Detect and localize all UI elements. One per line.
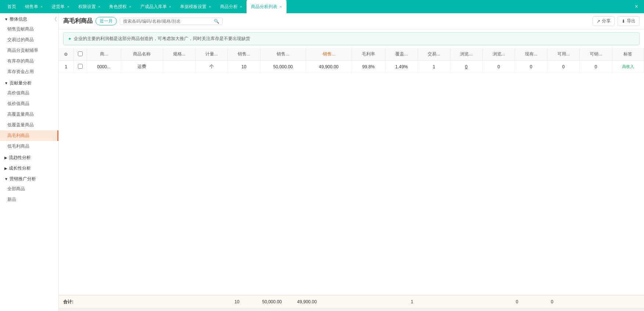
nav-product-analysis-list[interactable]: 商品分析列表 ×	[247, 0, 286, 13]
footer-browse1	[429, 299, 464, 304]
row-browse2: 0	[482, 61, 515, 73]
nav-sales-order[interactable]: 销售单 ×	[21, 0, 47, 13]
footer-transaction: 1	[395, 299, 429, 304]
close-roles-icon[interactable]: ×	[129, 0, 131, 13]
sidebar-item-contribution-rate[interactable]: 商品分贡献辅率	[0, 45, 58, 56]
export-button[interactable]: ⬇ 导出	[618, 16, 640, 26]
row-browse1[interactable]: 0	[450, 61, 482, 73]
row-select-checkbox[interactable]	[78, 64, 83, 69]
sidebar-group-contribution-analysis[interactable]: ▼ 贡献量分析	[0, 77, 58, 88]
table-body: 1 0000... 运费 个 10 50,000.00 49,900.00 99…	[59, 61, 644, 73]
col-coverage[interactable]: 覆盖...	[385, 48, 418, 61]
nav-roles[interactable]: 角色授权 ×	[105, 0, 136, 13]
arrow-right-icon2: ▶	[4, 166, 7, 170]
close-product-analysis-list-icon[interactable]: ×	[280, 0, 282, 13]
info-text: 企业的主要的利润都是这部分商品创造的，可考虑加大推广，同时关注库存是不要出现缺货	[74, 36, 250, 42]
col-gross-margin[interactable]: 毛利率	[352, 48, 385, 61]
col-settings[interactable]: ⚙	[59, 48, 73, 61]
search-box: 🔍	[120, 18, 223, 25]
arrow-right-icon: ▶	[4, 156, 7, 160]
sidebar: 《 ▼ 整体信息 销售贡献商品 交易过的商品 商品分贡献辅率 有库存的商品 库存…	[0, 13, 59, 311]
sidebar-group-marketing-analysis[interactable]: ▼ 营销推广分析	[0, 173, 58, 184]
footer-sales-profit: 49,900.00	[289, 299, 324, 304]
nav-product-inbound[interactable]: 产成品入库单 ×	[136, 0, 176, 13]
sidebar-item-high-coverage[interactable]: 高覆盖量商品	[0, 109, 58, 120]
row-coverage: 1.49%	[385, 61, 418, 73]
nav-template-settings[interactable]: 单据模板设置 ×	[176, 0, 215, 13]
sidebar-group-overall-info[interactable]: ▼ 整体信息	[0, 13, 58, 24]
sidebar-collapse-button[interactable]: 《	[52, 16, 57, 23]
footer-sales-count: 10	[219, 299, 254, 304]
table-row: 1 0000... 运费 个 10 50,000.00 49,900.00 99…	[59, 61, 644, 73]
close-template-settings-icon[interactable]: ×	[209, 0, 211, 13]
nav-product-analysis[interactable]: 商品分析 ×	[216, 0, 247, 13]
main-layout: 《 ▼ 整体信息 销售贡献商品 交易过的商品 商品分贡献辅率 有库存的商品 库存…	[0, 13, 644, 311]
arrow-down-icon2: ▼	[4, 81, 8, 85]
info-icon: ✦	[68, 36, 72, 41]
search-input[interactable]	[123, 19, 212, 24]
table-wrapper[interactable]: ⚙ 商... 商品名称 规格... 计量... 销售... 销售... ·销售.…	[59, 48, 644, 295]
nav-purchase-order[interactable]: 进货单 ×	[47, 0, 73, 13]
nav-permissions[interactable]: 权限设置 ×	[74, 0, 105, 13]
close-product-analysis-icon[interactable]: ×	[240, 0, 242, 13]
sidebar-item-new-products[interactable]: 新品	[0, 194, 58, 205]
arrow-down-icon3: ▼	[4, 177, 8, 181]
sidebar-item-low-value[interactable]: 低价值商品	[0, 98, 58, 109]
sidebar-item-low-coverage[interactable]: 低覆盖量商品	[0, 120, 58, 130]
col-transaction[interactable]: 交易...	[418, 48, 450, 61]
sidebar-item-stock-capital[interactable]: 库存资金占用	[0, 66, 58, 77]
sidebar-item-low-margin[interactable]: 低毛利商品	[0, 141, 58, 152]
col-browse1[interactable]: 浏览...	[450, 48, 482, 61]
col-available-stock[interactable]: 可用...	[547, 48, 580, 61]
close-purchase-order-icon[interactable]: ×	[67, 0, 69, 13]
row-checkbox[interactable]	[73, 61, 87, 73]
sidebar-item-in-stock[interactable]: 有库存的商品	[0, 56, 58, 66]
sidebar-item-all-goods[interactable]: 全部商品	[0, 184, 58, 194]
col-browse2[interactable]: 浏览...	[482, 48, 515, 61]
content-header: 高毛利商品 近一月 🔍 ↗ 分享 ⬇ 导出	[59, 13, 644, 29]
footer-col3	[150, 299, 184, 304]
close-sales-order-icon[interactable]: ×	[40, 0, 43, 13]
footer-coverage	[360, 299, 395, 304]
filter-recent-month-button[interactable]: 近一月	[96, 17, 117, 25]
search-icon[interactable]: 🔍	[214, 19, 219, 24]
col-tag[interactable]: 标签	[612, 48, 644, 61]
sidebar-item-sales-contribution[interactable]: 销售贡献商品	[0, 24, 58, 35]
top-navigation: 首页 销售单 × 进货单 × 权限设置 × 角色授权 × 产成品入库单 × 单据…	[0, 0, 644, 13]
row-current-stock: 0	[515, 61, 547, 73]
footer-current-stock: 0	[500, 299, 535, 304]
col-code[interactable]: 商...	[87, 48, 121, 61]
col-sales-count[interactable]: 销售...	[228, 48, 260, 61]
sidebar-group-growth-analysis[interactable]: ▶ 成长性分析	[0, 162, 58, 173]
col-spec[interactable]: 规格...	[163, 48, 195, 61]
row-index: 1	[59, 61, 73, 73]
col-name[interactable]: 商品名称	[121, 48, 163, 61]
content-area: 高毛利商品 近一月 🔍 ↗ 分享 ⬇ 导出 ✦ 企业的主要的利润都是这部分商品创…	[59, 13, 644, 311]
close-product-inbound-icon[interactable]: ×	[169, 0, 171, 13]
col-current-stock[interactable]: 现有...	[515, 48, 547, 61]
col-unit[interactable]: 计量...	[195, 48, 228, 61]
table-header-row: ⚙ 商... 商品名称 规格... 计量... 销售... 销售... ·销售.…	[59, 48, 644, 61]
sidebar-item-high-margin[interactable]: 高毛利商品	[0, 130, 58, 141]
row-sellable-stock: 0	[580, 61, 612, 73]
col-checkbox[interactable]	[73, 48, 87, 61]
nav-home[interactable]: 首页	[3, 0, 21, 13]
close-permissions-icon[interactable]: ×	[98, 0, 100, 13]
col-sales-profit[interactable]: ·销售...	[306, 48, 352, 61]
sidebar-group-trend-analysis[interactable]: ▶ 流趋性分析	[0, 152, 58, 162]
col-sales-amount[interactable]: 销售...	[260, 48, 306, 61]
footer-col1	[79, 299, 114, 304]
settings-icon[interactable]: ⚙	[64, 52, 68, 57]
share-button[interactable]: ↗ 分享	[593, 16, 615, 26]
row-tag: 高收入	[612, 61, 644, 73]
row-gross-margin: 99.8%	[352, 61, 385, 73]
footer-cells: 10 50,000.00 49,900.00 1 0 0	[79, 299, 640, 304]
sidebar-item-traded-goods[interactable]: 交易过的商品	[0, 35, 58, 45]
footer-col2	[114, 299, 149, 304]
window-close-button[interactable]: ×	[632, 3, 641, 10]
row-spec	[163, 61, 195, 73]
select-all-checkbox[interactable]	[78, 51, 83, 56]
col-sellable-stock[interactable]: 可销...	[580, 48, 612, 61]
sidebar-item-high-value[interactable]: 高价值商品	[0, 88, 58, 98]
horizontal-scrollbar[interactable]	[59, 308, 644, 311]
